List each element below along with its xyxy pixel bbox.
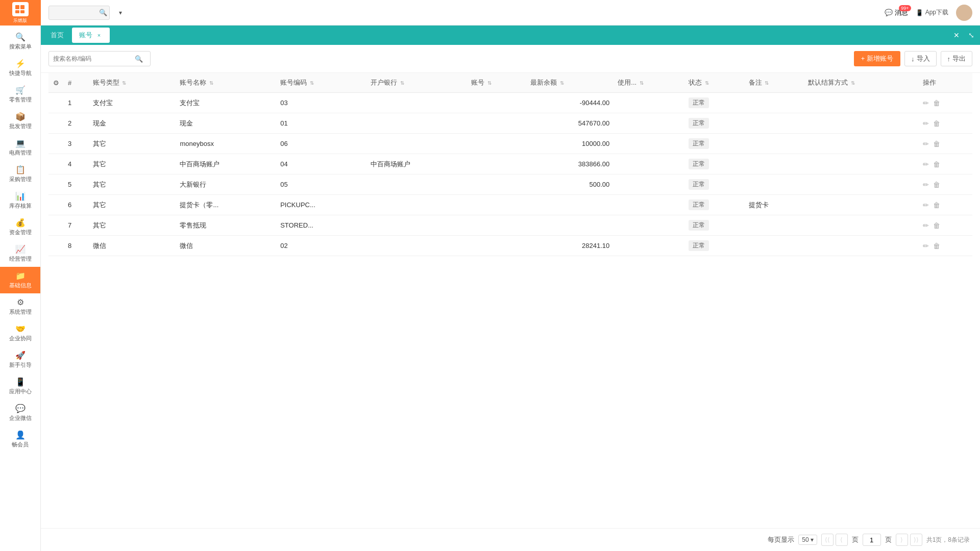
page-last-btn[interactable]: ⟩⟩ — [910, 534, 922, 546]
user-avatar[interactable] — [956, 5, 972, 21]
page-input[interactable] — [863, 534, 881, 546]
header-dropdown[interactable]: ▾ — [115, 7, 126, 18]
edit-btn-2[interactable]: ✏ — [923, 140, 929, 148]
table-search-input[interactable] — [53, 55, 135, 62]
sidebar-item-guide[interactable]: 🚀 新手引导 — [0, 346, 40, 373]
sidebar-item-enterprise_wechat[interactable]: 💬 企业微信 — [0, 399, 40, 426]
page-first-btn[interactable]: ⟨⟨ — [821, 534, 834, 546]
edit-btn-0[interactable]: ✏ — [923, 99, 929, 107]
sidebar-label-shortcut: 快捷导航 — [9, 69, 32, 77]
col-usage[interactable]: 使用... ⇅ — [614, 73, 684, 93]
header-search-input[interactable] — [53, 9, 99, 16]
delete-btn-5[interactable]: 🗑 — [933, 201, 940, 209]
app-download-button[interactable]: 📱 App下载 — [916, 8, 948, 17]
cell-code-5: PICKUPC... — [276, 195, 366, 215]
page-size-arrow: ▾ — [811, 536, 814, 543]
sidebar-item-capital[interactable]: 💰 资金管理 — [0, 214, 40, 240]
cell-settlement-1 — [804, 113, 919, 134]
sidebar-item-operation[interactable]: 📈 经营管理 — [0, 240, 40, 267]
cell-usage-2 — [614, 134, 684, 154]
page-next-btn[interactable]: ⟩ — [896, 534, 908, 546]
cell-name-6: 零售抵现 — [176, 215, 276, 236]
cell-usage-3 — [614, 154, 684, 174]
export-icon: ↑ — [947, 55, 951, 63]
delete-btn-3[interactable]: 🗑 — [933, 160, 940, 168]
status-badge-0: 正常 — [689, 97, 709, 108]
cell-type-5: 其它 — [89, 195, 176, 215]
sort-remark-icon: ⇅ — [765, 80, 769, 86]
cell-remark-6 — [745, 215, 804, 236]
delete-btn-6[interactable]: 🗑 — [933, 221, 940, 230]
cell-usage-0 — [614, 93, 684, 113]
sidebar-label-member: 畅会员 — [12, 441, 29, 448]
page-prev-btn[interactable]: ⟨ — [836, 534, 848, 546]
col-settlement[interactable]: 默认结算方式 ⇅ — [804, 73, 919, 93]
sidebar-item-member[interactable]: 👤 畅会员 — [0, 426, 40, 453]
tab-home-label: 首页 — [51, 31, 64, 40]
sidebar-item-system[interactable]: ⚙ 系统管理 — [0, 293, 40, 320]
svg-rect-0 — [15, 5, 19, 9]
message-button[interactable]: 💬 消息 99+ — [885, 8, 908, 17]
app-download-label: App下载 — [925, 8, 948, 17]
edit-btn-6[interactable]: ✏ — [923, 221, 929, 230]
cell-type-0: 支付宝 — [89, 93, 176, 113]
add-account-button[interactable]: + 新增账号 — [854, 51, 900, 66]
total-label: 共1页，8条记录 — [926, 536, 970, 544]
col-type[interactable]: 账号类型 ⇅ — [89, 73, 176, 93]
import-button[interactable]: ↓ 导入 — [904, 51, 937, 66]
col-gear[interactable]: ⚙ — [48, 73, 64, 93]
sidebar-item-purchase[interactable]: 📋 采购管理 — [0, 161, 40, 187]
export-button[interactable]: ↑ 导出 — [941, 51, 973, 66]
cell-gear-3 — [48, 154, 64, 174]
cell-settlement-5 — [804, 195, 919, 215]
sidebar-icon-purchase: 📋 — [15, 165, 26, 174]
sidebar-item-wholesale[interactable]: 📦 批发管理 — [0, 108, 40, 134]
message-badge: 99+ — [899, 5, 911, 11]
col-status[interactable]: 状态 ⇅ — [684, 73, 744, 93]
col-balance[interactable]: 最新余额 ⇅ — [526, 73, 614, 93]
cell-settlement-6 — [804, 215, 919, 236]
edit-btn-4[interactable]: ✏ — [923, 181, 929, 189]
delete-btn-2[interactable]: 🗑 — [933, 140, 940, 148]
col-bank[interactable]: 开户银行 ⇅ — [366, 73, 467, 93]
delete-btn-4[interactable]: 🗑 — [933, 181, 940, 189]
edit-btn-3[interactable]: ✏ — [923, 160, 929, 168]
header-search-box[interactable]: 🔍 — [48, 6, 110, 20]
tab-home[interactable]: 首页 — [43, 28, 71, 43]
cell-remark-1 — [745, 113, 804, 134]
sidebar-item-retail[interactable]: 🛒 零售管理 — [0, 81, 40, 108]
page-size-selector[interactable]: 50 ▾ — [798, 535, 817, 545]
status-badge-2: 正常 — [689, 138, 709, 149]
edit-btn-1[interactable]: ✏ — [923, 119, 929, 128]
tab-account-close[interactable]: × — [95, 32, 103, 39]
sidebar-icon-app_center: 📱 — [15, 377, 26, 387]
sidebar-item-basic[interactable]: 📁 基础信息 — [0, 267, 40, 293]
sidebar-item-ecommerce[interactable]: 💻 电商管理 — [0, 134, 40, 161]
sidebar-item-inventory[interactable]: 📊 库存核算 — [0, 187, 40, 214]
delete-btn-0[interactable]: 🗑 — [933, 99, 940, 107]
svg-rect-1 — [20, 5, 24, 9]
cell-action-3: ✏ 🗑 — [919, 154, 972, 174]
cell-usage-1 — [614, 113, 684, 134]
cell-action-1: ✏ 🗑 — [919, 113, 972, 134]
col-code[interactable]: 账号编码 ⇅ — [276, 73, 366, 93]
sidebar-item-search[interactable]: 🔍 搜索菜单 — [0, 28, 40, 55]
tab-expand-btn[interactable]: ⤡ — [965, 29, 977, 41]
tab-account[interactable]: 账号 × — [72, 28, 110, 43]
tab-close-btn[interactable]: ✕ — [950, 29, 963, 41]
sidebar-item-app_center[interactable]: 📱 应用中心 — [0, 373, 40, 399]
edit-btn-7[interactable]: ✏ — [923, 242, 929, 250]
cell-bank-7 — [366, 236, 467, 256]
edit-btn-5[interactable]: ✏ — [923, 201, 929, 209]
delete-btn-7[interactable]: 🗑 — [933, 242, 940, 250]
delete-btn-1[interactable]: 🗑 — [933, 119, 940, 128]
sidebar-item-shortcut[interactable]: ⚡ 快捷导航 — [0, 55, 40, 81]
col-remark[interactable]: 备注 ⇅ — [745, 73, 804, 93]
col-name[interactable]: 账号名称 ⇅ — [176, 73, 276, 93]
table-search-icon[interactable]: 🔍 — [135, 55, 143, 63]
col-account[interactable]: 账号 ⇅ — [467, 73, 526, 93]
sidebar-item-enterprise_agreement[interactable]: 🤝 企业协同 — [0, 320, 40, 346]
table-search-wrap[interactable]: 🔍 — [48, 51, 151, 66]
sort-settlement-icon: ⇅ — [851, 80, 855, 86]
cell-account-4 — [467, 174, 526, 195]
